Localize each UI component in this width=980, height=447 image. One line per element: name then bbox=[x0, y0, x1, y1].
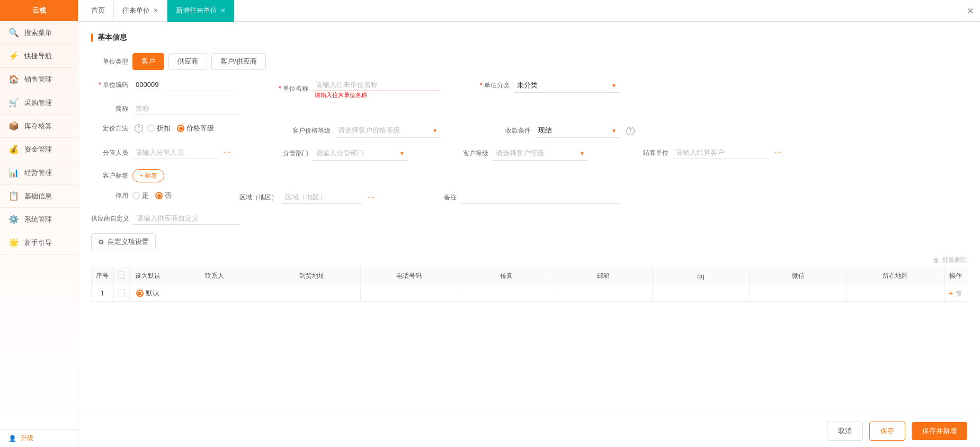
home-icon: 🏠 bbox=[8, 74, 19, 84]
address-input[interactable] bbox=[266, 290, 357, 297]
main-area: 首页 往来单位 ✕ 新增往来单位 ✕ ✕ 基本信息 单位类型 客户 供应商 客户… bbox=[78, 0, 980, 447]
cell-checkbox[interactable] bbox=[113, 285, 129, 302]
custom-settings-button[interactable]: ⚙ 自定义项设置 bbox=[91, 233, 156, 250]
cell-qq[interactable] bbox=[652, 285, 750, 302]
short-name-label: 简称 bbox=[91, 104, 128, 113]
close-add-unit-icon[interactable]: ✕ bbox=[220, 7, 226, 14]
manager-label: 分管人员 bbox=[91, 148, 128, 157]
radio-discount[interactable]: 折扣 bbox=[147, 124, 171, 133]
unit-name-input[interactable] bbox=[313, 78, 440, 91]
sidebar-item-quick-nav[interactable]: ⚡ 快捷导航 bbox=[0, 45, 78, 68]
add-tag-button[interactable]: + 标签 bbox=[132, 169, 164, 182]
save-new-button[interactable]: 保存并新增 bbox=[912, 422, 967, 440]
unit-code-group: 单位编码 bbox=[91, 78, 271, 91]
batch-delete-label[interactable]: 批量删除 bbox=[942, 256, 967, 265]
payment-terms-select[interactable]: 现结 ▼ bbox=[535, 124, 620, 138]
sidebar-item-search[interactable]: 🔍 搜索菜单 bbox=[0, 21, 78, 45]
save-button[interactable]: 保存 bbox=[869, 422, 905, 441]
unit-category-value: 未分类 bbox=[517, 81, 538, 90]
sidebar-item-purchase[interactable]: 🛒 采购管理 bbox=[0, 91, 78, 115]
manager-input[interactable] bbox=[132, 146, 217, 159]
tab-unit-list[interactable]: 往来单位 ✕ bbox=[114, 0, 167, 22]
settlement-input[interactable] bbox=[673, 146, 768, 159]
search-icon: 🔍 bbox=[8, 28, 19, 38]
pricing-row: 定价方法 ? 折扣 价格等级 客户价格等级 请选择客户价格等级 bbox=[91, 124, 967, 138]
region-dots[interactable]: ··· bbox=[366, 192, 377, 202]
sidebar-item-label: 搜索菜单 bbox=[24, 28, 52, 38]
radio-no-circle bbox=[155, 192, 163, 199]
short-name-input[interactable] bbox=[132, 102, 238, 115]
email-input[interactable] bbox=[558, 290, 649, 297]
unit-code-input[interactable] bbox=[132, 78, 238, 91]
qq-input[interactable] bbox=[656, 290, 746, 297]
settlement-dots[interactable]: ··· bbox=[772, 148, 783, 157]
tab-home[interactable]: 首页 bbox=[83, 0, 114, 22]
customer-price-level-group: 客户价格等级 请选择客户价格等级 ▼ bbox=[292, 124, 494, 138]
wechat-input[interactable] bbox=[753, 290, 843, 297]
cell-email[interactable] bbox=[555, 285, 653, 302]
delete-row-icon[interactable]: 🗑 bbox=[955, 289, 963, 297]
contact-input[interactable] bbox=[170, 290, 260, 297]
pricing-help-icon[interactable]: ? bbox=[135, 124, 143, 133]
batch-delete-icon: 🗑 bbox=[933, 257, 940, 264]
unit-btn-both[interactable]: 客户/供应商 bbox=[211, 53, 266, 70]
sidebar-item-inventory[interactable]: 📦 库存核算 bbox=[0, 115, 78, 138]
sidebar-item-system[interactable]: ⚙️ 系统管理 bbox=[0, 208, 78, 231]
region-input[interactable] bbox=[282, 191, 361, 204]
cancel-button[interactable]: 取消 bbox=[827, 422, 863, 441]
col-wechat: 微信 bbox=[750, 267, 847, 285]
sidebar-item-operations[interactable]: 📊 经营管理 bbox=[0, 161, 78, 185]
sidebar-item-label: 销售管理 bbox=[24, 75, 52, 84]
sidebar-bottom[interactable]: 👤 升级 bbox=[0, 429, 78, 447]
select-all-checkbox[interactable] bbox=[118, 271, 125, 279]
cell-region[interactable] bbox=[847, 285, 944, 302]
col-no: 序号 bbox=[92, 267, 114, 285]
customer-level-select[interactable]: 请选择客户等级 ▼ bbox=[493, 146, 588, 161]
sidebar-item-sales[interactable]: 🏠 销售管理 bbox=[0, 68, 78, 91]
sidebar-item-guide[interactable]: 🌟 新手引导 bbox=[0, 231, 78, 255]
radio-yes[interactable]: 是 bbox=[132, 191, 149, 200]
cell-address[interactable] bbox=[263, 285, 361, 302]
cell-contact[interactable] bbox=[166, 285, 263, 302]
row-region-input[interactable] bbox=[850, 290, 941, 297]
supplier-custom-group: 供应商自定义 bbox=[91, 212, 967, 225]
sidebar-item-basic[interactable]: 📋 基础信息 bbox=[0, 185, 78, 208]
radio-price-level[interactable]: 价格等级 bbox=[177, 124, 214, 133]
add-row-icon[interactable]: + bbox=[949, 289, 953, 297]
unit-type-label: 单位类型 bbox=[91, 57, 128, 66]
payment-help-icon[interactable]: ? bbox=[626, 127, 635, 135]
supplier-custom-label: 供应商自定义 bbox=[91, 214, 129, 223]
col-checkbox bbox=[113, 267, 129, 285]
cell-phone[interactable] bbox=[360, 285, 458, 302]
payment-terms-label: 收款条件 bbox=[494, 126, 531, 135]
row-checkbox[interactable] bbox=[118, 289, 125, 296]
remark-input[interactable] bbox=[461, 191, 620, 204]
remark-label: 备注 bbox=[420, 193, 457, 202]
phone-input[interactable] bbox=[364, 290, 455, 297]
unit-btn-supplier[interactable]: 供应商 bbox=[168, 53, 207, 70]
fax-input[interactable] bbox=[461, 290, 552, 297]
manager-dots[interactable]: ··· bbox=[221, 148, 233, 157]
unit-code-label: 单位编码 bbox=[91, 81, 128, 90]
tab-add-unit[interactable]: 新增往来单位 ✕ bbox=[167, 0, 235, 22]
unit-category-select[interactable]: 未分类 ▼ bbox=[514, 78, 620, 93]
cell-wechat[interactable] bbox=[750, 285, 847, 302]
custom-settings-icon: ⚙ bbox=[98, 238, 104, 246]
department-select[interactable]: 请输入分管部门 ▼ bbox=[313, 146, 408, 161]
cell-fax[interactable] bbox=[458, 285, 555, 302]
payment-terms-group: 收款条件 现结 ▼ ? bbox=[494, 124, 967, 138]
customer-level-group: 客户等级 请选择客户等级 ▼ bbox=[451, 146, 631, 161]
unit-btn-customer[interactable]: 客户 bbox=[132, 53, 164, 70]
department-label: 分管部门 bbox=[271, 149, 308, 158]
radio-default[interactable]: 默认 bbox=[133, 288, 163, 298]
close-unit-list-icon[interactable]: ✕ bbox=[153, 7, 158, 14]
supplier-custom-row: 供应商自定义 bbox=[91, 212, 967, 225]
sidebar-item-finance[interactable]: 💰 资金管理 bbox=[0, 138, 78, 161]
close-window-icon[interactable]: ✕ bbox=[967, 6, 974, 16]
customer-price-level-select[interactable]: 请选择客户价格等级 ▼ bbox=[335, 124, 441, 138]
supplier-custom-input[interactable] bbox=[133, 212, 239, 225]
col-contact: 联系人 bbox=[166, 267, 263, 285]
cell-default: 默认 bbox=[130, 285, 166, 302]
radio-no[interactable]: 否 bbox=[155, 191, 172, 200]
cell-action: + 🗑 bbox=[944, 285, 967, 302]
